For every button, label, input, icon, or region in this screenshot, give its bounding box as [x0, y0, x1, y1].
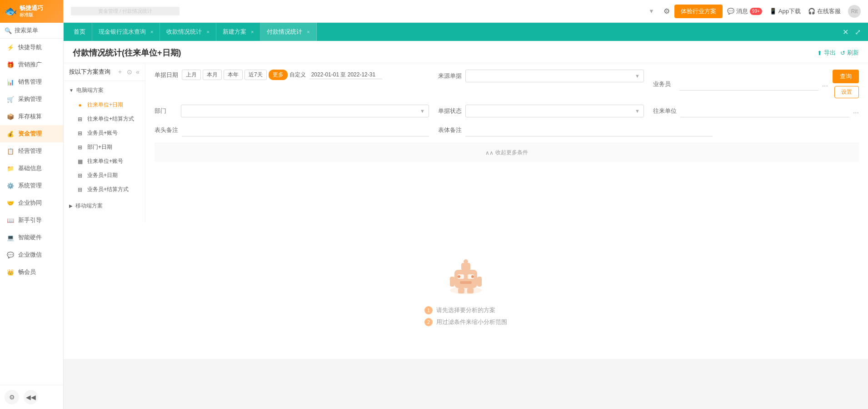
scheme-item-staff-settle[interactable]: ⊞ 业务员+结算方式 — [64, 182, 145, 197]
scheme-item-unit-account[interactable]: ▦ 往来单位+账号 — [64, 154, 145, 168]
table-header-note-label: 表头备注 — [155, 126, 178, 134]
sidebar-item-operations[interactable]: 📋 经营管理 — [0, 142, 63, 160]
export-label: 导出 — [824, 49, 836, 57]
sidebar-item-member[interactable]: 👑 畅会员 — [0, 263, 63, 281]
collapse-scheme-icon[interactable]: « — [136, 68, 140, 76]
trial-button[interactable]: 体验行业方案 — [674, 5, 723, 18]
tab-payment-close[interactable]: × — [307, 29, 309, 35]
sidebar-item-hardware[interactable]: 💻 智能硬件 — [0, 229, 63, 246]
refresh-button[interactable]: ↺ 刷新 — [840, 49, 859, 57]
logo-sub: 标准版 — [20, 12, 43, 18]
custom-btn[interactable]: 自定义 — [289, 71, 306, 79]
message-action[interactable]: 💬 消息 99+ — [727, 7, 762, 15]
filter-table-body-note: 表体备注 — [438, 124, 713, 136]
svg-point-6 — [464, 259, 468, 264]
online-service-action[interactable]: 🎧 在线客服 — [808, 7, 841, 15]
filter-date-buttons: 上月 本月 本年 近7天 更多 自定义 — [182, 70, 382, 80]
scheme-item-staff-account[interactable]: ⊞ 业务员+账号 — [64, 126, 145, 140]
date-range-input[interactable] — [309, 71, 382, 79]
related-unit-input[interactable] — [680, 105, 849, 117]
scheme-table-icon: ⊞ — [76, 116, 84, 123]
last-month-btn[interactable]: 上月 — [182, 70, 201, 80]
sidebar-item-quick-nav[interactable]: ⚡ 快捷导航 — [0, 39, 63, 56]
search-icon: 🔍 — [5, 27, 12, 34]
sidebar-item-label: 库存核算 — [18, 112, 42, 121]
svg-rect-10 — [467, 288, 474, 293]
sidebar-item-purchase[interactable]: 🛒 采购管理 — [0, 91, 63, 108]
source-voucher-select[interactable]: ▼ — [465, 70, 644, 82]
close-all-tabs-btn[interactable]: ✕ — [841, 26, 850, 38]
more-btn[interactable]: 更多 — [269, 70, 288, 80]
scheme-item-unit-date[interactable]: ● 往来单位+日期 — [64, 98, 145, 112]
tab-receivable-close[interactable]: × — [206, 29, 209, 35]
sidebar-item-system[interactable]: ⚙️ 系统管理 — [0, 177, 63, 194]
filter-dept: 部门 ▼ — [155, 105, 429, 117]
dept-label: 部门 — [155, 107, 177, 115]
sidebar-item-marketing[interactable]: 🎁 营销推广 — [0, 56, 63, 73]
operations-icon: 📋 — [6, 147, 15, 155]
tab-new-scheme[interactable]: 新建方案 × — [216, 23, 260, 41]
tab-cash-flow[interactable]: 现金银行流水查询 × — [92, 23, 160, 41]
add-scheme-icon[interactable]: ＋ — [117, 68, 123, 76]
sidebar-item-inventory[interactable]: 📦 库存核算 — [0, 108, 63, 125]
gear-icon[interactable]: ⚙ — [663, 7, 670, 15]
chevron-down-icon[interactable]: ▼ — [649, 8, 654, 15]
dept-arrow: ▼ — [420, 108, 425, 114]
table-header-note-input[interactable] — [182, 124, 429, 136]
query-btn-area: 查询 设置 — [832, 70, 859, 98]
empty-num-1: 1 — [424, 306, 433, 314]
search-menu[interactable]: 🔍 搜索菜单 — [0, 23, 63, 39]
collapse-more-btn[interactable]: ∧∧ 收起更多条件 — [155, 143, 859, 162]
app-download-label: App下载 — [778, 7, 801, 15]
export-button[interactable]: ⬆ 导出 — [817, 49, 836, 57]
main-area: 资金管理 / 付款情况统计 ▼ ⚙ 体验行业方案 💬 消息 99+ 📱 App下… — [64, 0, 868, 409]
table-body-note-input[interactable] — [465, 124, 713, 136]
filter-panel: 单据日期 上月 本月 本年 近7天 更多 自定义 来 — [145, 63, 868, 222]
last-7-days-btn[interactable]: 近7天 — [244, 70, 267, 80]
query-button[interactable]: 查询 — [833, 70, 859, 83]
related-unit-dots[interactable]: ... — [853, 107, 859, 115]
user-avatar[interactable]: Rit — [848, 5, 861, 18]
system-icon: ⚙️ — [6, 182, 15, 190]
settings-scheme-icon[interactable]: ⊙ — [127, 68, 132, 76]
this-month-btn[interactable]: 本月 — [203, 70, 222, 80]
filter-table-header-note: 表头备注 — [155, 124, 429, 136]
settings-button[interactable]: 设置 — [834, 86, 859, 98]
scheme-item-dept-date[interactable]: ⊞ 部门+日期 — [64, 140, 145, 154]
tab-cash-flow-close[interactable]: × — [150, 29, 153, 35]
filter-row-1: 单据日期 上月 本月 本年 近7天 更多 自定义 来 — [155, 70, 859, 98]
sidebar-item-sales[interactable]: 📊 销售管理 — [0, 73, 63, 91]
tab-new-scheme-label: 新建方案 — [223, 28, 246, 36]
scheme-group-desktop-title[interactable]: ▼ 电脑端方案 — [64, 83, 145, 98]
expand-tabs-btn[interactable]: ⤢ — [853, 26, 863, 38]
scheme-item-unit-settle[interactable]: ⊞ 往来单位+结算方式 — [64, 112, 145, 126]
scheme-panel: 按以下方案查询 ＋ ⊙ « ▼ 电脑端方案 ● 往来单位+日期 — [64, 63, 145, 222]
tab-new-scheme-close[interactable]: × — [251, 29, 254, 35]
scheme-item-label: 往来单位+账号 — [87, 157, 123, 165]
empty-state: 1 请先选择要分析的方案 2 用过滤条件来缩小分析范围 — [64, 222, 868, 359]
tab-home[interactable]: 首页 — [67, 23, 92, 41]
group-mobile-label: 移动端方案 — [75, 202, 103, 210]
salesperson-dots[interactable]: ... — [822, 80, 828, 88]
scheme-group-mobile-title[interactable]: ▶ 移动端方案 — [64, 198, 145, 213]
sidebar-item-guide[interactable]: 📖 新手引导 — [0, 212, 63, 229]
this-year-btn[interactable]: 本年 — [224, 70, 243, 80]
filter-salesperson: 业务员 ... 查询 设置 — [653, 70, 859, 98]
salesperson-input[interactable] — [679, 78, 818, 91]
collapse-sidebar-btn[interactable]: ◀◀ — [24, 390, 38, 404]
sidebar-item-finance[interactable]: 💰 资金管理 — [0, 125, 63, 142]
app-download-action[interactable]: 📱 App下载 — [769, 7, 801, 15]
sidebar-item-wechat[interactable]: 💬 企业微信 — [0, 246, 63, 263]
voucher-status-select[interactable]: ▼ — [465, 105, 644, 117]
scheme-table-icon2: ⊞ — [76, 130, 84, 137]
scheme-table-icon4: ⊞ — [76, 172, 84, 179]
sidebar-item-enterprise[interactable]: 🤝 企业协同 — [0, 194, 63, 212]
scheme-item-staff-date[interactable]: ⊞ 业务员+日期 — [64, 168, 145, 182]
group-desktop-label: 电脑端方案 — [76, 86, 104, 94]
filter-row-2: 部门 ▼ 单据状态 ▼ 往来单位 — [155, 105, 859, 117]
settings-bottom-btn[interactable]: ⚙ — [5, 390, 19, 404]
tab-payment[interactable]: 付款情况统计 × — [260, 23, 316, 41]
sidebar-item-basic[interactable]: 📁 基础信息 — [0, 160, 63, 177]
tab-receivable[interactable]: 收款情况统计 × — [160, 23, 216, 41]
dept-select[interactable]: ▼ — [181, 105, 429, 117]
